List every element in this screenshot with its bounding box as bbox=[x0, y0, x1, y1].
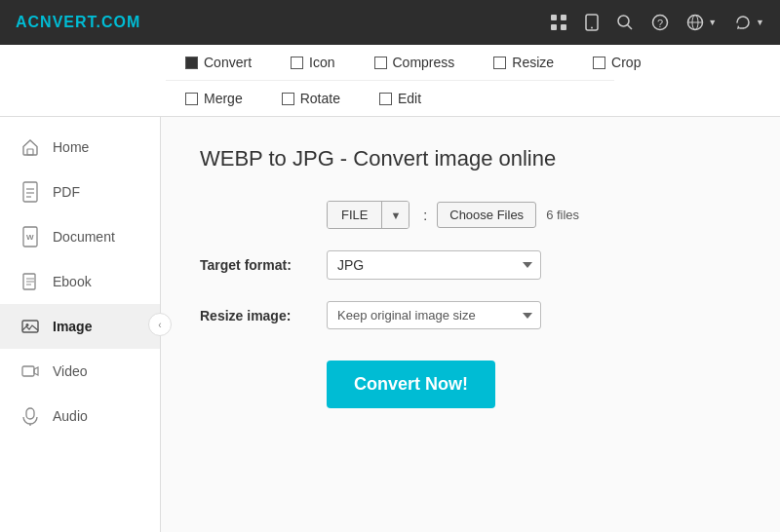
svg-line-7 bbox=[628, 25, 633, 30]
page-title: WEBP to JPG - Convert image online bbox=[200, 146, 741, 171]
video-icon bbox=[20, 361, 41, 382]
sidebar-image-label: Image bbox=[53, 319, 92, 334]
main-layout: Home PDF W Document bbox=[0, 117, 780, 532]
subnav-rotate[interactable]: Rotate bbox=[262, 81, 360, 116]
file-main-btn[interactable]: FILE bbox=[328, 202, 382, 228]
file-btn-group: FILE ▼ bbox=[327, 201, 410, 229]
subnav-convert[interactable]: Convert bbox=[166, 45, 271, 80]
file-colon: : bbox=[423, 208, 427, 223]
choose-files-button[interactable]: Choose Files bbox=[437, 202, 536, 228]
crop-checkbox bbox=[593, 57, 605, 69]
resize-image-select[interactable]: Keep original image size Custom size Sma… bbox=[327, 301, 541, 329]
resize-checkbox bbox=[493, 57, 506, 69]
refresh-icon-btn[interactable]: ▼ bbox=[734, 14, 764, 31]
sidebar-video-label: Video bbox=[53, 363, 88, 379]
subnav-rotate-label: Rotate bbox=[300, 91, 340, 106]
subnav-crop-label: Crop bbox=[611, 55, 641, 70]
svg-text:?: ? bbox=[657, 18, 663, 29]
svg-rect-0 bbox=[551, 15, 557, 20]
svg-rect-13 bbox=[27, 149, 33, 155]
subnav-edit-label: Edit bbox=[398, 91, 421, 106]
svg-rect-27 bbox=[26, 408, 34, 419]
audio-icon bbox=[20, 405, 41, 427]
subnav-merge[interactable]: Merge bbox=[166, 81, 262, 116]
svg-text:W: W bbox=[26, 233, 34, 242]
subnav-icon[interactable]: Icon bbox=[271, 45, 354, 80]
svg-rect-3 bbox=[561, 24, 566, 30]
files-count: 6 files bbox=[546, 208, 579, 222]
svg-rect-14 bbox=[23, 182, 37, 202]
icon-checkbox bbox=[291, 57, 303, 69]
sidebar: Home PDF W Document bbox=[0, 117, 161, 532]
file-control-group: FILE ▼ : Choose Files 6 files bbox=[327, 201, 579, 229]
brand-logo: ACNVERT.COM bbox=[16, 14, 140, 31]
svg-rect-1 bbox=[561, 15, 566, 20]
brand-middle: N bbox=[40, 14, 53, 30]
help-icon[interactable]: ? bbox=[651, 14, 669, 31]
compress-checkbox bbox=[374, 57, 387, 69]
svg-point-5 bbox=[591, 27, 593, 29]
sidebar-item-document[interactable]: W Document bbox=[0, 214, 160, 259]
sidebar-item-pdf[interactable]: PDF bbox=[0, 170, 160, 214]
subnav-icon-label: Icon bbox=[309, 55, 334, 70]
target-format-row: Target format: JPG PNG WEBP GIF BMP TIFF bbox=[200, 250, 741, 280]
sidebar-item-ebook[interactable]: Ebook bbox=[0, 259, 160, 304]
sidebar-item-audio[interactable]: Audio bbox=[0, 394, 160, 438]
ebook-icon bbox=[20, 271, 41, 292]
sidebar-collapse-btn[interactable]: ‹ bbox=[148, 313, 172, 336]
subnav-convert-label: Convert bbox=[204, 55, 252, 70]
merge-checkbox bbox=[185, 93, 198, 105]
resize-image-label: Resize image: bbox=[200, 308, 327, 323]
image-icon bbox=[20, 316, 41, 337]
subnav-crop[interactable]: Crop bbox=[573, 45, 660, 80]
svg-rect-24 bbox=[22, 321, 38, 332]
subnav-edit[interactable]: Edit bbox=[360, 81, 441, 116]
grid-icon[interactable] bbox=[550, 14, 567, 31]
language-chevron: ▼ bbox=[708, 18, 717, 27]
pdf-icon bbox=[20, 181, 41, 203]
target-format-label: Target format: bbox=[200, 257, 327, 273]
resize-image-control: Keep original image size Custom size Sma… bbox=[327, 301, 541, 329]
file-dropdown-btn[interactable]: ▼ bbox=[382, 202, 409, 228]
sidebar-audio-label: Audio bbox=[53, 408, 88, 424]
brand-prefix: AC bbox=[16, 14, 40, 30]
home-icon bbox=[20, 136, 41, 158]
convert-now-button[interactable]: Convert Now! bbox=[327, 361, 495, 408]
sidebar-home-label: Home bbox=[53, 139, 89, 155]
file-row: FILE ▼ : Choose Files 6 files bbox=[200, 201, 741, 229]
sidebar-ebook-label: Ebook bbox=[53, 274, 92, 289]
content-area: WEBP to JPG - Convert image online FILE … bbox=[161, 117, 780, 532]
svg-rect-26 bbox=[22, 366, 34, 376]
subnav-resize[interactable]: Resize bbox=[474, 45, 573, 80]
subnav: Convert Icon Compress Resize Crop Merge … bbox=[0, 45, 780, 117]
convert-checkbox bbox=[185, 57, 198, 69]
convert-btn-row: Convert Now! bbox=[200, 351, 741, 408]
resize-image-row: Resize image: Keep original image size C… bbox=[200, 301, 741, 329]
sidebar-item-home[interactable]: Home bbox=[0, 125, 160, 170]
target-format-select[interactable]: JPG PNG WEBP GIF BMP TIFF bbox=[327, 250, 541, 280]
subnav-row2: Merge Rotate Edit bbox=[0, 81, 780, 116]
navbar: ACNVERT.COM bbox=[0, 0, 780, 45]
target-format-control: JPG PNG WEBP GIF BMP TIFF bbox=[327, 250, 541, 280]
refresh-chevron: ▼ bbox=[756, 18, 764, 27]
sidebar-item-video[interactable]: Video bbox=[0, 349, 160, 394]
sidebar-item-image[interactable]: Image bbox=[0, 304, 160, 349]
navbar-icons: ? ▼ ▼ bbox=[550, 14, 764, 31]
subnav-row1: Convert Icon Compress Resize Crop bbox=[0, 45, 780, 80]
edit-checkbox bbox=[379, 93, 392, 105]
rotate-checkbox bbox=[282, 93, 294, 105]
sidebar-document-label: Document bbox=[53, 229, 115, 245]
svg-point-6 bbox=[618, 16, 629, 26]
tablet-icon[interactable] bbox=[585, 14, 599, 31]
brand-suffix: VERT.COM bbox=[53, 14, 141, 30]
subnav-merge-label: Merge bbox=[204, 91, 243, 106]
sidebar-pdf-label: PDF bbox=[53, 184, 80, 200]
doc-icon: W bbox=[20, 226, 41, 247]
search-icon[interactable] bbox=[616, 14, 634, 31]
subnav-resize-label: Resize bbox=[512, 55, 554, 70]
svg-rect-2 bbox=[551, 24, 557, 30]
language-icon-btn[interactable]: ▼ bbox=[686, 14, 717, 31]
subnav-compress[interactable]: Compress bbox=[355, 45, 475, 80]
subnav-compress-label: Compress bbox=[393, 55, 455, 70]
